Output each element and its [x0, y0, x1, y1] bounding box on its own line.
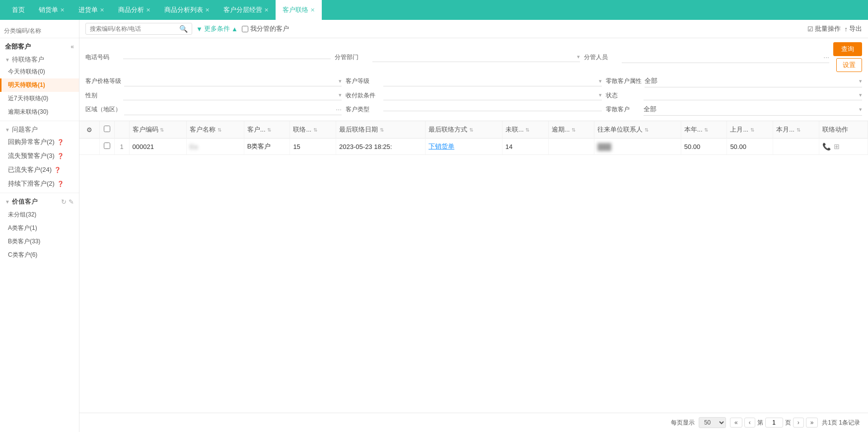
sidebar-item-today[interactable]: 今天待联络(0) [0, 65, 79, 78]
col-this-year-header[interactable]: 本年... ⇅ [681, 121, 727, 139]
retail-attr-arrow: ▾ [859, 78, 862, 84]
nav-analysis[interactable]: 商品分析 ✕ [111, 0, 157, 20]
my-customers-checkbox[interactable] [242, 26, 248, 32]
nav-customer-contact-close[interactable]: ✕ [310, 7, 315, 13]
filter-status-select[interactable]: ▾ [644, 90, 862, 100]
manager-dots-icon[interactable]: ··· [823, 53, 829, 61]
filter-retail-attr-select[interactable]: 全部 ▾ [645, 75, 862, 87]
filter-manager-input[interactable]: ··· [622, 52, 829, 63]
nav-customer-tier-close[interactable]: ✕ [264, 7, 269, 13]
col-contact-header[interactable]: 联络... ⇅ [290, 121, 336, 139]
filter-region-input[interactable]: ··· [124, 104, 342, 115]
sidebar-item-declining[interactable]: 持续下滑客户(2) ❓ [0, 177, 79, 191]
batch-operation-button[interactable]: ☑ 批量操作 [807, 24, 841, 33]
sidebar-divider-1 [0, 121, 79, 121]
filter-price-level-select[interactable]: ▾ [124, 76, 342, 86]
page-size-select[interactable]: 50 10 20 100 [699, 417, 726, 428]
sidebar-value-group-header: ▼ 价值客户 ↻ ✎ [0, 195, 79, 208]
filter-row-2: 客户价格等级 ▾ 客户等级 ▾ 零散客户属性 全部 [85, 75, 862, 87]
sidebar-item-a-class[interactable]: A类客户(1) [0, 221, 79, 235]
nav-purchase[interactable]: 进货单 ✕ [72, 0, 111, 20]
query-button[interactable]: 查询 [833, 42, 862, 56]
nav-customer-contact[interactable]: 客户联络 ✕ [276, 0, 322, 20]
sidebar-item-lost-warning[interactable]: 流失预警客户(3) ❓ [0, 149, 79, 163]
col-overdue-header[interactable]: 逾期... ⇅ [548, 121, 594, 139]
sidebar-item-already-lost[interactable]: 已流失客户(24) ❓ [0, 163, 79, 177]
last-month-sort-icon: ⇅ [750, 127, 754, 133]
filter-payment-select[interactable]: ▾ [383, 90, 602, 100]
more-conditions-button[interactable]: ▼ 更多条件 ▲ [196, 24, 238, 33]
filter-phone-input[interactable] [123, 56, 331, 59]
filter-customer-level-select[interactable]: ▾ [383, 76, 602, 86]
nav-customer-tier[interactable]: 客户分层经营 ✕ [217, 0, 276, 20]
col-code-header[interactable]: 客户编码 ⇅ [129, 121, 187, 139]
first-page-button[interactable]: « [730, 418, 742, 428]
region-dots-icon[interactable]: ··· [336, 105, 342, 113]
retail-customer-arrow: ▾ [859, 106, 862, 113]
row-last-contact-method[interactable]: 下销货单 [426, 139, 503, 155]
select-all-checkbox[interactable] [104, 126, 110, 132]
prev-page-button[interactable]: ‹ [744, 418, 755, 428]
col-last-month-header[interactable]: 上月... ⇅ [727, 121, 773, 139]
row-checkbox-cell[interactable] [99, 139, 114, 155]
filter-panel: 电话号码 分管部门 ▾ 分管人员 ··· [79, 38, 868, 121]
col-last-contact-date-header[interactable]: 最后联络日期 ⇅ [336, 121, 426, 139]
value-edit-icon[interactable]: ✎ [69, 198, 74, 206]
last-page-button[interactable]: » [806, 418, 818, 428]
sidebar-search-area: 🔍 [0, 24, 79, 38]
nav-home[interactable]: 首页 [5, 0, 32, 20]
sidebar-collapse-icon[interactable]: « [71, 43, 74, 50]
nav-analysis-close[interactable]: ✕ [146, 7, 150, 13]
nav-analysis-list-close[interactable]: ✕ [205, 7, 210, 13]
nav-sales-close[interactable]: ✕ [60, 7, 65, 13]
export-button[interactable]: ↑ 导出 [845, 24, 863, 33]
dept-select-arrow: ▾ [577, 54, 580, 60]
row-actions: 📞 ⊞ [819, 139, 868, 155]
nav-analysis-list[interactable]: 商品分析列表 ✕ [157, 0, 217, 20]
row-grid-icon[interactable]: ⊞ [834, 143, 840, 150]
payment-arrow: ▾ [599, 92, 602, 98]
my-customers-checkbox-label[interactable]: 我分管的客户 [242, 24, 289, 33]
nav-sales[interactable]: 销货单 ✕ [32, 0, 72, 20]
sidebar-item-rebuy[interactable]: 回购异常客户(2) ❓ [0, 135, 79, 149]
table-wrapper: ⚙ 客户编码 ⇅ 客户名称 ⇅ 客户... ⇅ [79, 121, 868, 413]
col-unit-contact-header[interactable]: 往来单位联系人 ⇅ [594, 121, 681, 139]
col-uncontact-header[interactable]: 未联... ⇅ [502, 121, 548, 139]
nav-purchase-close[interactable]: ✕ [100, 7, 104, 13]
filter-gender-select[interactable]: ▾ [123, 90, 342, 100]
row-phone-icon[interactable]: 📞 [822, 143, 831, 150]
row-checkbox[interactable] [104, 143, 110, 149]
sidebar-item-overdue-contact[interactable]: 逾期未联络(30) [0, 105, 79, 119]
sidebar-all-customers[interactable]: 全部客户 « [0, 38, 79, 53]
col-checkbox-header[interactable] [99, 121, 114, 139]
filter-row-1: 电话号码 分管部门 ▾ 分管人员 ··· [85, 42, 862, 72]
sidebar-item-ungrouped[interactable]: 未分组(32) [0, 208, 79, 221]
row-name-blurred: Ea [190, 143, 198, 150]
value-refresh-icon[interactable]: ↻ [61, 198, 67, 206]
sidebar-item-c-class[interactable]: C类客户(6) [0, 248, 79, 262]
sidebar-search-input[interactable] [4, 27, 78, 34]
col-name-header[interactable]: 客户名称 ⇅ [187, 121, 244, 139]
sidebar-item-tomorrow[interactable]: 明天待联络(1) [0, 78, 79, 92]
sidebar: 🔍 全部客户 « ▼ 待联络客户 今天待联络(0) 明天待联络(1) 近7天待联… [0, 20, 79, 432]
search-icon[interactable]: 🔍 [179, 25, 188, 33]
filter-dept-select[interactable]: ▾ [372, 52, 580, 62]
col-last-contact-method-header[interactable]: 最后联络方式 ⇅ [426, 121, 503, 139]
col-type-header[interactable]: 客户... ⇅ [244, 121, 290, 139]
content-area: 🔍 ▼ 更多条件 ▲ 我分管的客户 ☑ 批量操作 ↑ 导出 [79, 20, 868, 432]
settings-button[interactable]: 设置 [836, 58, 862, 72]
col-settings[interactable]: ⚙ [79, 121, 99, 139]
col-action-header: 联络动作 [819, 121, 868, 139]
row-contact-method-link[interactable]: 下销货单 [429, 143, 454, 150]
filter-status: 状态 ▾ [606, 90, 862, 100]
col-this-month-header[interactable]: 本月... ⇅ [773, 121, 819, 139]
filter-icon: ▼ [196, 25, 203, 33]
row-type: B类客户 [244, 139, 290, 155]
next-page-button[interactable]: › [793, 418, 804, 428]
page-number-input[interactable] [765, 418, 783, 428]
sidebar-item-week[interactable]: 近7天待联络(0) [0, 92, 79, 105]
filter-retail-customer-select[interactable]: 全部 ▾ [644, 103, 862, 116]
search-input[interactable] [90, 25, 179, 32]
filter-customer-type-select[interactable] [383, 108, 602, 111]
sidebar-item-b-class[interactable]: B类客户(33) [0, 235, 79, 248]
